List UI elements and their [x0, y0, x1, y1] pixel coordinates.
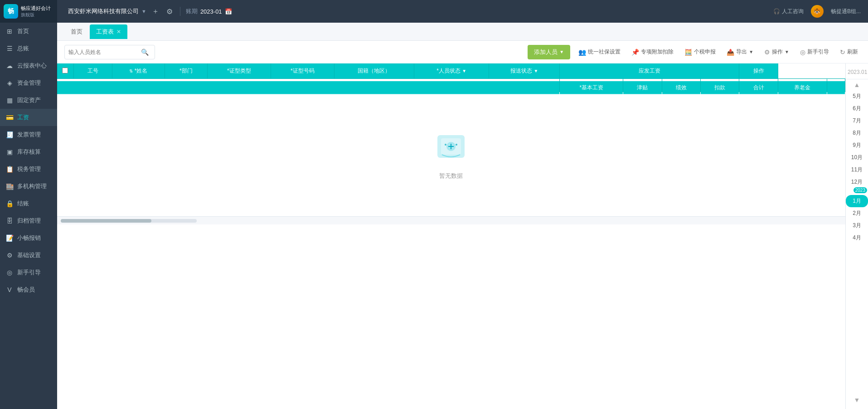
month-item-1[interactable]: 1月	[846, 195, 868, 207]
month-item-6[interactable]: 6月	[846, 102, 868, 115]
guide-action-icon: ◎	[800, 49, 805, 56]
scroll-up-btn[interactable]: ▲	[852, 79, 862, 90]
sidebar-item-settings[interactable]: ⚙ 基础设置	[0, 247, 57, 264]
th-name[interactable]: ⇅ *姓名	[112, 63, 165, 79]
personal-tax-icon: 🧮	[684, 49, 692, 56]
th-id-no: *证型号码	[271, 63, 334, 79]
status-filter-icon: ▼	[462, 68, 466, 73]
sidebar-item-inventory[interactable]: ▣ 库存核算	[0, 143, 57, 161]
avatar: 🐯	[811, 5, 824, 18]
right-panel: 2023.01 ▲ 5月 6月 7月 8月 9月 10月	[845, 63, 868, 409]
sidebar-item-guide-label: 新手引导	[17, 268, 41, 277]
month-item-5[interactable]: 5月	[846, 90, 868, 102]
sidebar-item-guide[interactable]: ◎ 新手引导	[0, 264, 57, 281]
th-id: 工号	[73, 63, 112, 79]
month-item-10[interactable]: 10月	[846, 151, 868, 164]
export-label: 导出	[736, 48, 747, 56]
archive-icon: 🗄	[5, 217, 14, 225]
sidebar-item-salary[interactable]: 💳 工资	[0, 109, 57, 126]
sidebar-item-invoice[interactable]: 🧾 发票管理	[0, 126, 57, 143]
expense-icon: 📝	[5, 234, 14, 242]
sidebar-item-fund[interactable]: ◈ 资金管理	[0, 74, 57, 92]
sidebar-item-expense[interactable]: 📝 小畅报销	[0, 229, 57, 247]
company-name: 西安虾米网络科技有限公司	[68, 7, 139, 15]
sidebar-item-close[interactable]: 🔒 结账	[0, 195, 57, 212]
export-arrow-icon: ▼	[749, 49, 753, 54]
guide-icon: ◎	[5, 268, 14, 277]
topbar-right: 🎧 人工咨询 🐯 畅提通B组...	[773, 5, 861, 18]
month-item-2[interactable]: 2月	[846, 207, 868, 219]
horizontal-scrollbar[interactable]	[61, 219, 197, 223]
fixed-assets-icon: ▦	[5, 96, 14, 104]
inventory-icon: ▣	[5, 148, 14, 156]
add-person-arrow-icon: ▼	[559, 49, 564, 54]
th-pension: 养老金	[778, 81, 827, 94]
social-security-btn[interactable]: 👥 统一社保设置	[576, 46, 623, 58]
month-item-11[interactable]: 11月	[846, 164, 868, 176]
month-item-9[interactable]: 9月	[846, 139, 868, 151]
th-sub-spacer	[57, 81, 560, 94]
sidebar-item-tax[interactable]: 📋 税务管理	[0, 161, 57, 178]
sidebar-item-fixed-assets[interactable]: ▦ 固定资产	[0, 92, 57, 109]
sidebar-item-home[interactable]: ⊞ 首页	[0, 23, 57, 40]
tab-close-icon[interactable]: ✕	[116, 29, 121, 35]
tax-icon: 📋	[5, 165, 14, 173]
th-deduct: 扣款	[701, 81, 739, 94]
tab-bar: 首页 工资表 ✕	[57, 23, 868, 41]
sidebar-item-assets-label: 固定资产	[17, 96, 41, 104]
sidebar-item-fund-label: 资金管理	[17, 79, 41, 87]
month-item-12[interactable]: 12月	[846, 176, 868, 188]
month-item-3[interactable]: 3月	[846, 219, 868, 232]
month-item-8[interactable]: 8月	[846, 127, 868, 139]
th-report-status[interactable]: 报送状态 ▼	[489, 63, 560, 79]
company-selector[interactable]: 西安虾米网络科技有限公司 ▼	[64, 5, 150, 17]
sidebar-item-cloud-report[interactable]: ☁ 云报表中心	[0, 57, 57, 74]
refresh-btn[interactable]: ↻ 刷新	[837, 46, 861, 58]
sidebar-item-member[interactable]: V 畅会员	[0, 281, 57, 298]
empty-icon	[428, 128, 474, 165]
guide-btn[interactable]: ◎ 新手引导	[797, 46, 832, 58]
personal-tax-btn[interactable]: 🧮 个税申报	[682, 46, 718, 58]
sidebar-item-ledger[interactable]: ☰ 总账	[0, 40, 57, 57]
th-operation: 操作	[739, 63, 778, 79]
th-status[interactable]: *人员状态 ▼	[414, 63, 489, 79]
add-company-btn[interactable]: ＋	[150, 5, 161, 18]
operations-btn[interactable]: ⚙ 操作 ▼	[761, 46, 792, 58]
special-deduction-btn[interactable]: 📌 专项附加扣除	[629, 46, 676, 58]
operations-label: 操作	[772, 48, 783, 56]
th-total: 合计	[739, 81, 778, 94]
calendar-icon[interactable]: 📅	[225, 8, 232, 15]
data-table: 工号 ⇅ *姓名 *部门 *证型类型 *证型号码	[57, 63, 845, 216]
empty-state: 暂无数据	[57, 92, 845, 216]
month-item-4[interactable]: 4月	[846, 232, 868, 244]
month-item-7[interactable]: 7月	[846, 115, 868, 127]
th-salary-group: 应发工资	[560, 63, 739, 79]
topbar-actions: ＋ ⚙	[150, 5, 175, 18]
sidebar-item-archive[interactable]: 🗄 归档管理	[0, 212, 57, 229]
personal-tax-label: 个税申报	[694, 48, 716, 56]
settings-icon: ⚙	[5, 251, 14, 259]
tab-salary-table[interactable]: 工资表 ✕	[90, 24, 127, 39]
search-box[interactable]: 🔍	[64, 45, 155, 59]
th-checkbox[interactable]	[57, 63, 73, 79]
right-panel-period: 2023.01	[846, 67, 868, 79]
export-btn[interactable]: 📤 导出 ▼	[724, 46, 756, 58]
add-person-button[interactable]: 添加人员 ▼	[528, 45, 570, 59]
settings-company-btn[interactable]: ⚙	[165, 5, 175, 18]
tab-home-label: 首页	[71, 28, 82, 36]
table-header-row: 工号 ⇅ *姓名 *部门 *证型类型 *证型号码	[57, 63, 845, 79]
sidebar-item-inventory-label: 库存核算	[17, 148, 41, 156]
sidebar-item-salary-label: 工资	[17, 113, 29, 122]
empty-row: 暂无数据	[57, 92, 845, 216]
topbar: 西安虾米网络科技有限公司 ▼ ＋ ⚙ 账期 2023-01 📅 🎧 人工咨询 🐯…	[57, 0, 868, 23]
sidebar-item-multi-org[interactable]: 🏬 多机构管理	[0, 178, 57, 195]
sidebar-item-tax-label: 税务管理	[17, 165, 41, 173]
search-input[interactable]	[68, 49, 141, 55]
tab-home[interactable]: 首页	[64, 24, 89, 39]
select-all-checkbox[interactable]	[62, 68, 68, 73]
operations-arrow-icon: ▼	[785, 49, 789, 54]
service-btn[interactable]: 🎧 人工咨询	[773, 8, 804, 15]
month-list: 5月 6月 7月 8月 9月 10月 11月	[846, 90, 868, 394]
scroll-down-btn[interactable]: ▼	[852, 394, 862, 405]
th-dept: *部门	[165, 63, 207, 79]
